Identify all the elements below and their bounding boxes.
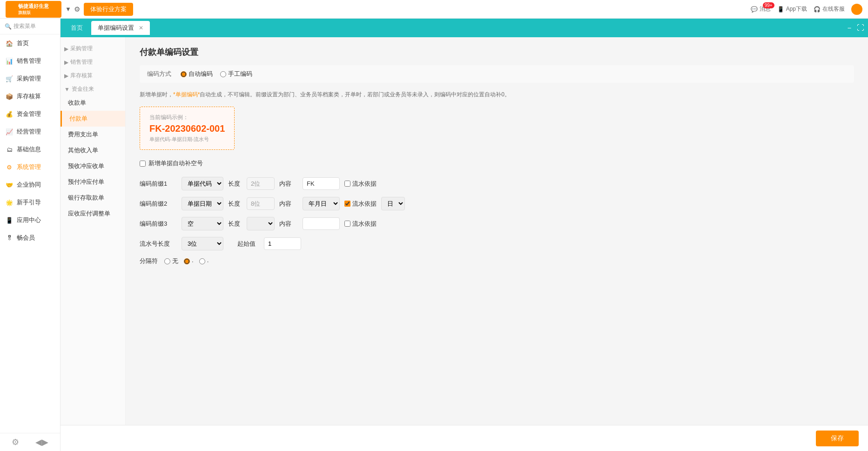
inner-sidebar-group-inventory[interactable]: ▶ 库存核算 bbox=[61, 68, 125, 81]
sidebar-item-cooperation[interactable]: 🤝 企业协同 bbox=[0, 176, 60, 194]
separator-dash-option[interactable]: · bbox=[199, 258, 209, 265]
sidebar-item-label: 资金管理 bbox=[17, 110, 41, 118]
serial-length-select[interactable]: 3位 bbox=[182, 237, 223, 250]
coding-method-radio-group: 自动编码 手工编码 bbox=[181, 70, 252, 78]
separator-none-option[interactable]: 无 bbox=[164, 257, 178, 265]
inner-sidebar-group-sales[interactable]: ▶ 销售管理 bbox=[61, 54, 125, 68]
app-download-btn[interactable]: 📱 App下载 bbox=[777, 5, 807, 13]
tab-bar-actions: － ⛶ bbox=[846, 23, 864, 33]
tab-home[interactable]: 首页 bbox=[64, 21, 89, 35]
sidebar-item-purchase[interactable]: 🛒 采购管理 bbox=[0, 70, 60, 88]
separator-row: 分隔符 无 · · bbox=[140, 257, 854, 265]
message-btn[interactable]: 💬 消息 99+ bbox=[751, 5, 771, 13]
code-preview-label: 当前编码示例： bbox=[149, 114, 225, 121]
prefix-3-label: 编码前缀3 bbox=[140, 220, 177, 228]
prefix-2-label: 编码前缀2 bbox=[140, 200, 177, 208]
stream-1-checkbox[interactable] bbox=[344, 181, 350, 187]
inner-sidebar-group-purchase[interactable]: ▶ 采购管理 bbox=[61, 41, 125, 54]
inner-sidebar-item-shoukuan[interactable]: 收款单 bbox=[61, 95, 125, 111]
length-3-select[interactable] bbox=[247, 217, 275, 230]
inner-sidebar-item-feiyong[interactable]: 费用支出单 bbox=[61, 127, 125, 142]
inner-sidebar-item-yinhang[interactable]: 银行存取款单 bbox=[61, 190, 125, 206]
tab-label: 单据编码设置 bbox=[98, 24, 134, 32]
separator-dash-label: · bbox=[207, 258, 209, 265]
sidebar-item-home[interactable]: 🏠 首页 bbox=[0, 34, 60, 52]
save-button[interactable]: 保存 bbox=[816, 431, 859, 446]
message-icon: 💬 bbox=[751, 6, 758, 13]
stream-2-checkbox[interactable] bbox=[344, 201, 350, 207]
sidebar-item-sales[interactable]: 📊 销售管理 bbox=[0, 52, 60, 70]
content-3-input[interactable] bbox=[303, 217, 340, 230]
separator-options: 无 · · bbox=[164, 257, 209, 265]
inner-sidebar-item-fukuan[interactable]: 付款单 bbox=[61, 111, 125, 127]
prefix-3-select[interactable]: 空 bbox=[182, 217, 223, 230]
system-icon: ⚙ bbox=[6, 163, 13, 171]
user-avatar[interactable] bbox=[851, 4, 862, 15]
sidebar-item-finance[interactable]: 💰 资金管理 bbox=[0, 105, 60, 123]
stream-2-group: 流水依据 bbox=[344, 200, 377, 208]
separator-dot-option[interactable]: · bbox=[184, 258, 194, 265]
separator-label: 分隔符 bbox=[140, 257, 158, 265]
length-1-input[interactable] bbox=[247, 177, 275, 190]
finance-icon: 💰 bbox=[6, 110, 13, 118]
prefix-1-select[interactable]: 单据代码 bbox=[182, 177, 223, 190]
separator-dot-radio[interactable] bbox=[184, 258, 190, 264]
inner-sidebar-group-capital[interactable]: ▼ 资金往来 bbox=[61, 81, 125, 95]
manual-coding-option[interactable]: 手工编码 bbox=[220, 70, 252, 78]
sidebar-item-operation[interactable]: 📈 经营管理 bbox=[0, 123, 60, 141]
sidebar-item-inventory[interactable]: 📦 库存核算 bbox=[0, 88, 60, 105]
stream-2-unit-select[interactable]: 日 bbox=[381, 197, 405, 210]
auto-coding-radio[interactable] bbox=[181, 71, 187, 77]
content-1-input[interactable] bbox=[303, 177, 340, 190]
sidebar-collapse-btn[interactable]: ◀▶ bbox=[35, 437, 48, 447]
stream-1-label: 流水依据 bbox=[352, 180, 377, 188]
manual-coding-label: 手工编码 bbox=[228, 70, 252, 78]
separator-none-radio[interactable] bbox=[164, 258, 170, 264]
coop-icon: 🤝 bbox=[6, 181, 13, 188]
base-icon: 🗂 bbox=[6, 146, 13, 153]
sidebar-item-guide[interactable]: 🌟 新手引导 bbox=[0, 194, 60, 211]
manual-coding-radio[interactable] bbox=[220, 71, 226, 77]
content-2-select[interactable]: 年月日 bbox=[303, 197, 340, 210]
inventory-icon: 📦 bbox=[6, 93, 13, 100]
sidebar-search[interactable]: 🔍 搜索菜单 bbox=[0, 19, 60, 34]
sidebar-item-member[interactable]: 🎖 畅会员 bbox=[0, 229, 60, 247]
content-3-label: 内容 bbox=[279, 220, 298, 228]
sidebar-item-system[interactable]: ⚙ 系统管理 bbox=[0, 158, 60, 176]
sidebar-item-label: 采购管理 bbox=[17, 74, 41, 83]
tab-serial-setting[interactable]: 单据编码设置 ✕ bbox=[91, 21, 150, 35]
prefix-1-label: 编码前缀1 bbox=[140, 180, 177, 188]
auto-fill-checkbox[interactable] bbox=[140, 161, 146, 167]
inner-sidebar-item-yingshou[interactable]: 应收应付调整单 bbox=[61, 206, 125, 222]
inner-sidebar-item-yufuying[interactable]: 预付冲应付单 bbox=[61, 174, 125, 190]
settings-icon[interactable]: ⚙ bbox=[74, 5, 80, 13]
length-2-input[interactable] bbox=[247, 197, 275, 210]
industry-btn[interactable]: 体验行业方案 bbox=[84, 3, 133, 16]
chevron-down-icon[interactable]: ▼ bbox=[65, 6, 71, 13]
start-value-input[interactable] bbox=[264, 237, 301, 250]
chevron-right-icon: ▶ bbox=[64, 73, 68, 79]
length-3-label: 长度 bbox=[228, 220, 242, 228]
tab-maximize-icon[interactable]: ⛶ bbox=[857, 24, 864, 32]
inner-sidebar-item-yushouying[interactable]: 预收冲应收单 bbox=[61, 158, 125, 174]
separator-dot-label: · bbox=[192, 258, 194, 265]
sidebar-item-base[interactable]: 🗂 基础信息 bbox=[0, 141, 60, 158]
sidebar-item-label: 库存核算 bbox=[17, 92, 41, 101]
sidebar-item-label: 经营管理 bbox=[17, 128, 41, 136]
tab-label: 首页 bbox=[71, 24, 83, 32]
stream-3-group: 流水依据 bbox=[344, 220, 377, 228]
separator-dash-radio[interactable] bbox=[199, 258, 205, 264]
tab-close-btn[interactable]: ✕ bbox=[139, 25, 143, 31]
stream-3-checkbox[interactable] bbox=[344, 221, 350, 227]
inner-sidebar-item-qitashouru[interactable]: 其他收入单 bbox=[61, 142, 125, 158]
prefix-2-select[interactable]: 单据日期 bbox=[182, 197, 223, 210]
member-icon: 🎖 bbox=[6, 234, 13, 242]
sidebar-item-app-center[interactable]: 📱 应用中心 bbox=[0, 211, 60, 229]
auto-coding-option[interactable]: 自动编码 bbox=[181, 70, 213, 78]
sidebar-settings-btn[interactable]: ⚙ bbox=[12, 437, 19, 447]
length-2-label: 长度 bbox=[228, 200, 242, 208]
tab-minimize-icon[interactable]: － bbox=[846, 23, 853, 33]
info-highlight: *单据编码* bbox=[173, 91, 200, 98]
sidebar-item-label: 首页 bbox=[17, 39, 29, 47]
online-service-btn[interactable]: 🎧 在线客服 bbox=[814, 5, 845, 13]
